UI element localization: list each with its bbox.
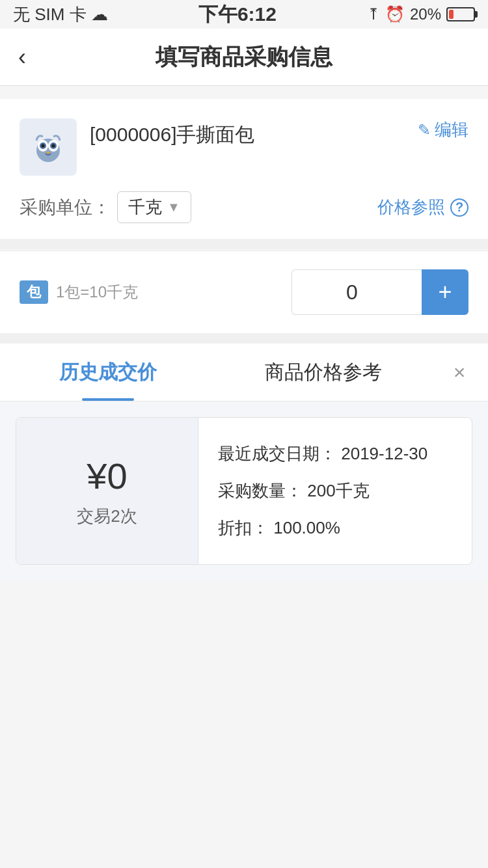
svg-point-5 (42, 144, 45, 148)
svg-point-6 (52, 144, 55, 148)
purchase-qty-row: 采购数量： 200千克 (218, 478, 452, 504)
sim-status: 无 SIM 卡 ☁ (13, 3, 108, 26)
history-content: ¥0 交易2次 最近成交日期： 2019-12-30 采购数量： 200千克 折… (0, 401, 488, 580)
owl-icon (29, 128, 68, 167)
unit-value: 千克 (128, 196, 162, 219)
product-header: [0000006]手撕面包 ✎ 编辑 (20, 118, 468, 176)
history-card: ¥0 交易2次 最近成交日期： 2019-12-30 采购数量： 200千克 折… (16, 417, 472, 565)
purchase-qty-label: 采购数量： (218, 481, 303, 500)
back-button[interactable]: ‹ (18, 44, 26, 71)
nav-bar: ‹ 填写商品采购信息 (0, 29, 488, 86)
quantity-section: 包 1包=10千克 + (0, 251, 488, 333)
alarm-icon: ⏰ (385, 5, 405, 23)
tab-section-divider (0, 333, 488, 344)
unit-label: 采购单位： (20, 195, 111, 220)
nav-icon: ⤒ (367, 5, 380, 23)
product-icon (20, 118, 77, 176)
battery-percent: 20% (410, 5, 441, 23)
tab-price-ref-label: 商品价格参考 (265, 359, 382, 386)
product-unit-row: 采购单位： 千克 ▼ 价格参照 ? (20, 191, 468, 223)
price-reference-button[interactable]: 价格参照 ? (377, 196, 468, 219)
tab-close-button[interactable]: × (431, 344, 488, 401)
product-left: [0000006]手撕面包 (20, 118, 254, 176)
history-details-panel: 最近成交日期： 2019-12-30 采购数量： 200千克 折扣： 100.0… (198, 418, 472, 564)
quantity-input-group: + (291, 269, 468, 315)
battery-indicator (446, 7, 475, 21)
bottom-space (0, 580, 488, 868)
discount-label: 折扣： (218, 518, 269, 537)
unit-select[interactable]: 千克 ▼ (117, 191, 191, 223)
package-icon: 包 (20, 280, 48, 304)
history-price-value: ¥0 (87, 454, 127, 498)
tab-price-reference[interactable]: 商品价格参考 (215, 344, 431, 401)
recent-date-value: 2019-12-30 (341, 444, 427, 463)
package-description: 1包=10千克 (56, 282, 138, 303)
tab-history-label: 历史成交价 (59, 359, 157, 386)
quantity-input[interactable] (291, 269, 422, 315)
dropdown-arrow-icon: ▼ (167, 200, 180, 215)
status-left: 无 SIM 卡 ☁ (13, 3, 108, 26)
page-title: 填写商品采购信息 (156, 42, 332, 72)
tab-history-price[interactable]: 历史成交价 (0, 344, 215, 401)
edit-icon: ✎ (418, 121, 431, 139)
status-bar: 无 SIM 卡 ☁ 下午6:12 ⤒ ⏰ 20% (0, 0, 488, 29)
status-right: ⤒ ⏰ 20% (367, 5, 475, 23)
tab-active-underline (82, 398, 134, 401)
quantity-plus-button[interactable]: + (422, 269, 468, 315)
recent-date-row: 最近成交日期： 2019-12-30 (218, 441, 452, 467)
quantity-label: 包 1包=10千克 (20, 280, 138, 304)
status-time: 下午6:12 (198, 1, 277, 28)
discount-row: 折扣： 100.00% (218, 515, 452, 541)
edit-label: 编辑 (435, 118, 468, 141)
tabs-container: 历史成交价 商品价格参考 × (0, 344, 488, 401)
history-price-panel: ¥0 交易2次 (16, 418, 198, 564)
edit-button[interactable]: ✎ 编辑 (418, 118, 468, 141)
discount-value: 100.00% (273, 518, 340, 537)
help-icon: ? (450, 198, 468, 217)
package-label: 包 (27, 282, 41, 302)
section-divider (0, 239, 488, 249)
price-ref-label: 价格参照 (377, 196, 445, 219)
recent-date-label: 最近成交日期： (218, 444, 336, 463)
product-card: [0000006]手撕面包 ✎ 编辑 采购单位： 千克 ▼ 价格参照 ? (0, 99, 488, 239)
history-trades-count: 交易2次 (77, 505, 137, 528)
purchase-qty-value: 200千克 (307, 481, 369, 500)
product-name: [0000006]手撕面包 (90, 121, 254, 148)
